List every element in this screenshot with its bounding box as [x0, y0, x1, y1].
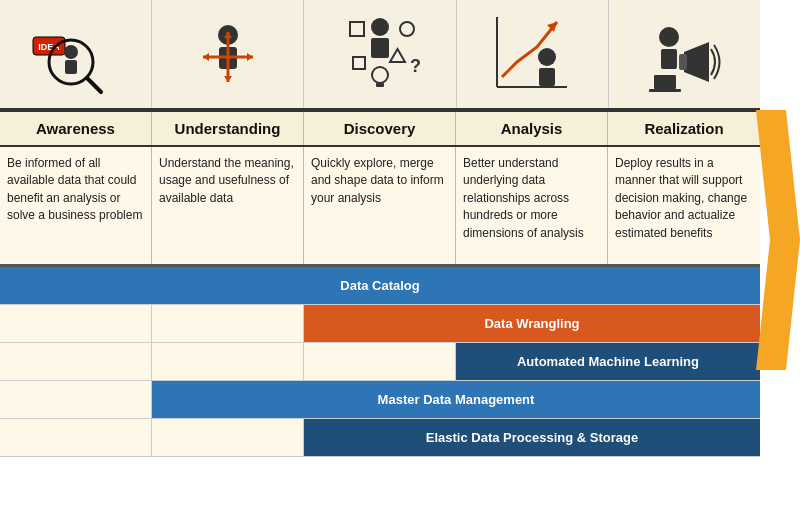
svg-rect-33 — [679, 54, 687, 70]
data-catalog-row: Data Catalog — [0, 267, 760, 305]
desc-realization: Deploy results in a manner that will sup… — [608, 147, 760, 264]
desc-understanding: Understand the meaning, usage and useful… — [152, 147, 304, 264]
empty-understanding-dw — [152, 305, 304, 342]
svg-rect-29 — [539, 68, 555, 86]
svg-point-30 — [659, 27, 679, 47]
svg-point-28 — [538, 48, 556, 66]
svg-rect-35 — [649, 89, 681, 92]
svg-rect-21 — [353, 57, 365, 69]
realization-icon-cell — [609, 0, 760, 108]
svg-marker-20 — [390, 49, 405, 62]
analysis-icon-cell — [457, 0, 609, 108]
svg-rect-18 — [350, 22, 364, 36]
svg-text:?: ? — [410, 56, 421, 76]
bars-section: Data Catalog Data Wrangling Automated Ma… — [0, 267, 760, 457]
header-analysis: Analysis — [456, 112, 608, 145]
desc-awareness: Be informed of all available data that c… — [0, 147, 152, 264]
elastic-data-bar: Elastic Data Processing & Storage — [304, 419, 760, 456]
main-container: IDEA — [0, 0, 800, 457]
header-awareness: Awareness — [0, 112, 152, 145]
description-row: Be informed of all available data that c… — [0, 147, 760, 267]
svg-rect-5 — [65, 60, 77, 74]
svg-marker-9 — [203, 53, 209, 61]
svg-point-16 — [371, 18, 389, 36]
header-realization: Realization — [608, 112, 760, 145]
empty-awareness-edp — [0, 419, 152, 456]
svg-rect-24 — [376, 83, 384, 87]
discovery-icon-cell: ? — [304, 0, 456, 108]
svg-point-19 — [400, 22, 414, 36]
data-wrangling-row: Data Wrangling — [0, 305, 760, 343]
understanding-icon-cell — [152, 0, 304, 108]
empty-understanding-ml — [152, 343, 304, 380]
header-discovery: Discovery — [304, 112, 456, 145]
empty-awareness-ml — [0, 343, 152, 380]
awareness-icon-cell: IDEA — [0, 0, 152, 108]
svg-point-23 — [372, 67, 388, 83]
image-strip: IDEA — [0, 0, 760, 110]
auto-ml-bar: Automated Machine Learning — [456, 343, 760, 380]
master-data-row: Master Data Management — [0, 381, 760, 419]
svg-marker-32 — [684, 42, 709, 82]
header-understanding: Understanding — [152, 112, 304, 145]
master-data-bar: Master Data Management — [152, 381, 760, 418]
auto-ml-row: Automated Machine Learning — [0, 343, 760, 381]
progress-arrow — [756, 110, 800, 370]
data-catalog-bar: Data Catalog — [0, 267, 760, 304]
svg-marker-15 — [224, 76, 232, 82]
svg-marker-11 — [247, 53, 253, 61]
svg-rect-17 — [371, 38, 389, 58]
data-wrangling-bar: Data Wrangling — [304, 305, 760, 342]
svg-rect-34 — [654, 75, 676, 89]
svg-rect-31 — [661, 49, 677, 69]
svg-point-4 — [64, 45, 78, 59]
empty-understanding-edp — [152, 419, 304, 456]
elastic-data-row: Elastic Data Processing & Storage — [0, 419, 760, 457]
header-row: Awareness Understanding Discovery Analys… — [0, 110, 760, 147]
desc-discovery: Quickly explore, merge and shape data to… — [304, 147, 456, 264]
empty-awareness-mdm — [0, 381, 152, 418]
svg-marker-36 — [756, 110, 800, 370]
empty-awareness-dw — [0, 305, 152, 342]
svg-line-3 — [87, 78, 101, 92]
desc-analysis: Better understand underlying data relati… — [456, 147, 608, 264]
empty-discovery-ml — [304, 343, 456, 380]
